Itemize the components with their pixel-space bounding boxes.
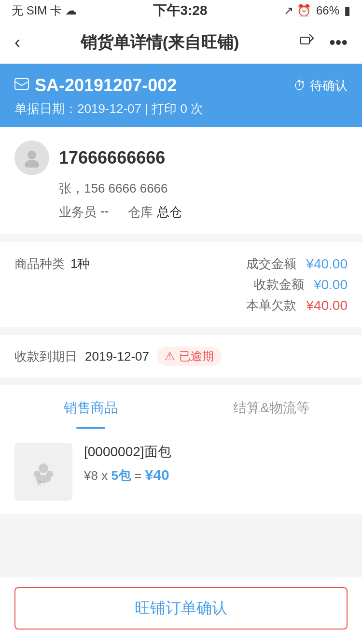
svg-text:野+: 野+ bbox=[37, 480, 45, 486]
product-item: 野+ [0000002]面包 ¥8 x 5包 = ¥40 bbox=[14, 443, 348, 501]
quantity-value: 5包 bbox=[111, 468, 130, 483]
total-price: ¥40 bbox=[145, 467, 169, 483]
product-info: [0000002]面包 ¥8 x 5包 = ¥40 bbox=[84, 443, 348, 484]
order-date: 单据日期：2019-12-07 | 打印 0 次 bbox=[14, 100, 348, 117]
overdue-badge: ⚠ 已逾期 bbox=[157, 347, 222, 366]
warehouse-label: 仓库 bbox=[128, 204, 153, 221]
product-type-field: 商品种类 1种 bbox=[14, 255, 90, 272]
summary-right: 成交金额 ¥40.00 收款金额 ¥0.00 本单欠款 ¥40.00 bbox=[246, 255, 348, 314]
tab-products[interactable]: 销售商品 bbox=[0, 385, 181, 429]
svg-point-4 bbox=[39, 463, 48, 473]
customer-row: 17666666666 bbox=[14, 140, 348, 175]
customer-phone: 17666666666 bbox=[59, 148, 165, 168]
share-button[interactable] bbox=[299, 33, 315, 52]
status-bar: 无 SIM 卡 ☁ 下午3:28 ↗ ⏰ 66% ▮ bbox=[0, 0, 362, 21]
customer-meta: 业务员 -- 仓库 总仓 bbox=[59, 204, 348, 221]
product-type-value: 1种 bbox=[70, 255, 90, 272]
svg-point-3 bbox=[25, 160, 39, 168]
order-icon bbox=[14, 78, 29, 93]
product-name: [0000002]面包 bbox=[84, 443, 348, 461]
avatar bbox=[14, 140, 49, 175]
payment-value: ¥0.00 bbox=[314, 277, 348, 293]
clock-icon: ⏱ bbox=[293, 78, 306, 93]
balance-label: 本单欠款 bbox=[246, 297, 296, 314]
amount-value: ¥40.00 bbox=[306, 256, 348, 272]
salesperson-field: 业务员 -- bbox=[59, 204, 109, 221]
status-right: ↗ ⏰ 66% ▮ bbox=[284, 4, 350, 17]
unit-price: ¥8 bbox=[84, 468, 98, 483]
due-date-card: 收款到期日 2019-12-07 ⚠ 已逾期 bbox=[0, 335, 362, 378]
svg-rect-1 bbox=[15, 79, 28, 89]
balance-row: 本单欠款 ¥40.00 bbox=[246, 297, 348, 314]
amount-row: 成交金额 ¥40.00 bbox=[246, 255, 348, 272]
customer-name: 张，156 6666 6666 bbox=[59, 180, 348, 197]
order-header: SA-20191207-002 ⏱ 待确认 单据日期：2019-12-07 | … bbox=[0, 64, 362, 127]
salesperson-label: 业务员 bbox=[59, 204, 97, 221]
order-status: ⏱ 待确认 bbox=[293, 77, 348, 94]
status-left: 无 SIM 卡 ☁ bbox=[12, 3, 77, 18]
equals-sign: = bbox=[134, 468, 145, 483]
product-list: 野+ [0000002]面包 ¥8 x 5包 = ¥40 bbox=[0, 429, 362, 514]
battery-icon: ▮ bbox=[344, 4, 350, 17]
summary-card: 商品种类 1种 成交金额 ¥40.00 收款金额 ¥0.00 本单欠款 ¥40.… bbox=[0, 242, 362, 327]
confirm-button-wrap: 旺铺订单确认 bbox=[0, 577, 362, 644]
order-id: SA-20191207-002 bbox=[14, 75, 177, 96]
overdue-text: 已逾期 bbox=[179, 349, 214, 364]
customer-card: 17666666666 张，156 6666 6666 业务员 -- 仓库 总仓 bbox=[0, 127, 362, 234]
product-thumbnail: 野+ bbox=[14, 443, 72, 501]
amount-label: 成交金额 bbox=[246, 255, 296, 272]
balance-value: ¥40.00 bbox=[306, 298, 348, 313]
nav-bar: ‹ 销货单详情(来自旺铺) ••• bbox=[0, 21, 362, 64]
nav-actions: ••• bbox=[299, 32, 348, 53]
battery-level: 66% bbox=[316, 4, 339, 17]
page-title: 销货单详情(来自旺铺) bbox=[81, 31, 239, 54]
more-button[interactable]: ••• bbox=[329, 32, 348, 53]
order-id-row: SA-20191207-002 ⏱ 待确认 bbox=[14, 75, 348, 96]
warning-icon: ⚠ bbox=[165, 350, 175, 363]
payment-row: 收款金额 ¥0.00 bbox=[254, 276, 348, 293]
summary-left: 商品种类 1种 bbox=[14, 255, 90, 272]
warehouse-value: 总仓 bbox=[157, 204, 182, 221]
multiply-icon: x bbox=[101, 468, 111, 483]
due-label: 收款到期日 bbox=[14, 348, 77, 365]
signal-icon: ↗ ⏰ bbox=[284, 4, 311, 17]
payment-label: 收款金额 bbox=[254, 276, 304, 293]
salesperson-value: -- bbox=[100, 204, 109, 221]
svg-rect-0 bbox=[301, 37, 309, 44]
confirm-order-button[interactable]: 旺铺订单确认 bbox=[14, 587, 348, 630]
product-type-label: 商品种类 bbox=[14, 255, 65, 272]
tab-settlement[interactable]: 结算&物流等 bbox=[181, 385, 362, 429]
svg-point-2 bbox=[28, 151, 36, 159]
warehouse-field: 仓库 总仓 bbox=[128, 204, 182, 221]
sim-status: 无 SIM 卡 ☁ bbox=[12, 3, 77, 18]
status-time: 下午3:28 bbox=[153, 1, 207, 20]
product-price-row: ¥8 x 5包 = ¥40 bbox=[84, 467, 348, 484]
due-date-value: 2019-12-07 bbox=[85, 349, 149, 364]
back-button[interactable]: ‹ bbox=[14, 32, 20, 53]
tabs-bar: 销售商品 结算&物流等 bbox=[0, 385, 362, 429]
